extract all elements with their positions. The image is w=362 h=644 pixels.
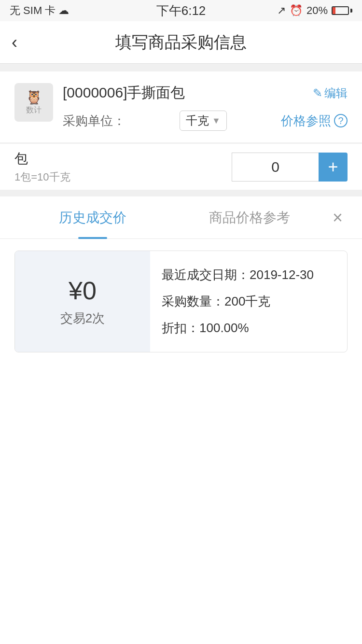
date-label: 最近成交日期： xyxy=(162,267,250,282)
tab-active-indicator xyxy=(78,237,107,239)
quantity-value: 200千克 xyxy=(224,294,270,308)
transaction-count: 交易2次 xyxy=(60,310,105,327)
tab-history-price-label: 历史成交价 xyxy=(59,209,126,227)
date-value: 2019-12-30 xyxy=(250,267,314,282)
price-reference-button[interactable]: 价格参照 ? xyxy=(281,112,348,129)
price-detail-date: 最近成交日期：2019-12-30 xyxy=(162,266,335,284)
nav-bar: ‹ 填写商品采购信息 xyxy=(0,21,362,64)
product-info: [0000006]手撕面包 ✎ 编辑 采购单位： 千克 ▼ 价格参照 ? xyxy=(63,83,348,131)
quantity-plus-button[interactable]: + xyxy=(319,153,348,182)
status-bar: 无 SIM 卡 ☁ 下午6:12 ↗ ⏰ 20% xyxy=(0,0,362,21)
discount-label: 折扣： xyxy=(162,321,199,335)
status-left: 无 SIM 卡 ☁ xyxy=(10,3,69,18)
tab-section: 历史成交价 商品价格参考 × ¥0 交易2次 最近成交日期：2019-12-30… xyxy=(0,196,362,364)
edit-button[interactable]: ✎ 编辑 xyxy=(313,85,348,101)
quantity-conversion: 1包=10千克 xyxy=(14,170,70,184)
quantity-unit-label: 包 xyxy=(14,150,70,168)
sim-signal-text: 无 SIM 卡 ☁ xyxy=(10,3,69,18)
location-icon: ↗ xyxy=(277,4,286,17)
currency-symbol: ¥ xyxy=(69,277,83,305)
quantity-label-group: 包 1包=10千克 xyxy=(14,150,70,184)
product-top-row: 🦉 数计 [0000006]手撕面包 ✎ 编辑 采购单位： 千克 ▼ 价格参照 … xyxy=(14,83,348,131)
page-title: 填写商品采购信息 xyxy=(115,31,247,54)
product-name: [0000006]手撕面包 xyxy=(63,83,185,103)
alarm-icon: ⏰ xyxy=(290,4,303,17)
status-right: ↗ ⏰ 20% xyxy=(277,4,352,17)
battery-percent: 20% xyxy=(306,4,328,17)
price-detail-quantity: 采购数量：200千克 xyxy=(162,292,335,311)
product-name-row: [0000006]手撕面包 ✎ 编辑 xyxy=(63,83,348,103)
price-amount: 0 xyxy=(83,277,97,305)
edit-label: 编辑 xyxy=(324,85,348,101)
quantity-row: 包 1包=10千克 0 + xyxy=(0,143,362,190)
quantity-input-group: 0 + xyxy=(232,153,348,182)
edit-icon: ✎ xyxy=(313,86,322,100)
product-card: 🦉 数计 [0000006]手撕面包 ✎ 编辑 采购单位： 千克 ▼ 价格参照 … xyxy=(0,71,362,142)
unit-label: 采购单位： xyxy=(63,112,125,129)
price-detail-discount: 折扣：100.00% xyxy=(162,319,335,337)
back-icon: ‹ xyxy=(12,32,17,52)
tab-price-ref-label: 商品价格参考 xyxy=(209,209,290,227)
price-ref-label: 价格参照 xyxy=(281,112,331,129)
quantity-input[interactable]: 0 xyxy=(232,153,319,182)
unit-value: 千克 xyxy=(186,113,209,128)
back-button[interactable]: ‹ xyxy=(12,32,17,53)
tab-header: 历史成交价 商品价格参考 × xyxy=(0,196,362,239)
battery-indicator xyxy=(332,6,352,15)
bottom-white-area xyxy=(0,364,362,644)
price-ref-help-icon: ? xyxy=(334,114,348,127)
product-logo: 🦉 数计 xyxy=(14,83,53,122)
tab-price-reference[interactable]: 商品价格参考 xyxy=(171,196,327,239)
price-card-container: ¥0 交易2次 最近成交日期：2019-12-30 采购数量：200千克 折扣：… xyxy=(0,239,362,364)
purchase-unit-row: 采购单位： 千克 ▼ 价格参照 ? xyxy=(63,111,348,131)
product-logo-subtext: 数计 xyxy=(26,105,42,115)
product-logo-icon: 🦉 xyxy=(26,89,42,105)
discount-value: 100.00% xyxy=(199,321,249,335)
price-card: ¥0 交易2次 最近成交日期：2019-12-30 采购数量：200千克 折扣：… xyxy=(14,251,348,352)
status-time: 下午6:12 xyxy=(156,2,206,19)
tab-close-button[interactable]: × xyxy=(328,208,348,228)
unit-dropdown[interactable]: 千克 ▼ xyxy=(180,111,227,131)
dropdown-arrow-icon: ▼ xyxy=(212,116,221,126)
price-card-right: 最近成交日期：2019-12-30 采购数量：200千克 折扣：100.00% xyxy=(150,251,347,352)
price-display: ¥0 xyxy=(69,276,97,305)
quantity-label: 采购数量： xyxy=(162,294,224,308)
tab-history-price[interactable]: 历史成交价 xyxy=(14,196,171,239)
price-card-left: ¥0 交易2次 xyxy=(15,251,150,352)
